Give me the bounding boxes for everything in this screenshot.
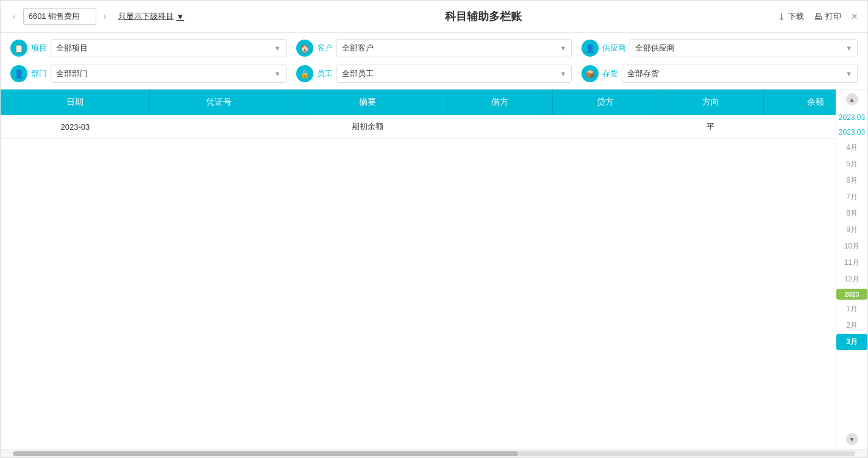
filter-row-1: 📋 项目 全部项目 ▼ 🏠 客户 全部客户 ▼ 👤 供应商 全部供应 xyxy=(10,39,858,57)
timeline-sidebar: ▲ 2023.03 2023.03 4月 5月 6月 7月 8月 9月 10月 … xyxy=(836,90,867,449)
col-credit: 贷方 xyxy=(552,90,658,115)
timeline-down-icon: ▼ xyxy=(846,433,858,445)
customer-icon: 🏠 xyxy=(296,40,313,57)
timeline-up-btn[interactable]: ▲ xyxy=(836,90,867,109)
dept-label: 部门 xyxy=(31,68,47,79)
filter-inventory: 📦 存货 全部存货 ▼ xyxy=(582,65,858,83)
project-label: 项目 xyxy=(31,43,47,54)
filter-customer: 🏠 客户 全部客户 ▼ xyxy=(296,39,572,57)
dept-value: 全部部门 xyxy=(56,68,88,79)
cell-credit xyxy=(552,115,658,139)
timeline-item-period1[interactable]: 2023.03 xyxy=(836,110,867,125)
print-button[interactable]: 🖶 打印 xyxy=(814,11,841,22)
table-row: 2023-03 期初余额 平 xyxy=(1,115,867,139)
chevron-down-icon: ▼ xyxy=(176,12,184,21)
cell-summary: 期初余额 xyxy=(288,115,447,139)
inventory-chevron-icon: ▼ xyxy=(845,70,852,77)
cell-voucher xyxy=(150,115,288,139)
next-account-btn[interactable]: › xyxy=(101,10,109,23)
top-bar: ‹ 6601 销售费用 › 只显示下级科目 ▼ 科目辅助多栏账 ⤓ 下载 🖶 打… xyxy=(1,1,867,33)
print-label: 打印 xyxy=(825,11,841,22)
project-select[interactable]: 全部项目 ▼ xyxy=(51,39,286,57)
timeline-item-12[interactable]: 12月 xyxy=(836,271,867,287)
col-direction: 方向 xyxy=(658,90,763,115)
show-sub-label: 只显示下级科目 xyxy=(118,11,174,22)
timeline-item-6[interactable]: 6月 xyxy=(836,172,867,189)
inventory-icon: 📦 xyxy=(582,65,599,82)
filter-employee: 🔒 员工 全部员工 ▼ xyxy=(296,65,572,83)
timeline-item-11[interactable]: 11月 xyxy=(836,255,867,271)
timeline-year-badge[interactable]: 2023 xyxy=(836,289,867,300)
col-summary: 摘要 xyxy=(288,90,447,115)
cell-date: 2023-03 xyxy=(1,115,150,139)
filter-supplier: 👤 供应商 全部供应商 ▼ xyxy=(582,39,858,57)
customer-select[interactable]: 全部客户 ▼ xyxy=(336,39,572,57)
supplier-value: 全部供应商 xyxy=(635,43,675,54)
project-value: 全部项目 xyxy=(56,43,88,54)
timeline-items: 2023.03 2023.03 4月 5月 6月 7月 8月 9月 10月 11… xyxy=(836,109,867,429)
col-debit: 借方 xyxy=(447,90,553,115)
close-button[interactable]: × xyxy=(851,10,858,23)
employee-select[interactable]: 全部员工 ▼ xyxy=(336,65,572,83)
customer-value: 全部客户 xyxy=(342,43,374,54)
timeline-item-5[interactable]: 5月 xyxy=(836,156,867,172)
supplier-icon: 👤 xyxy=(582,40,599,57)
download-icon: ⤓ xyxy=(778,11,786,22)
employee-chevron-icon: ▼ xyxy=(560,70,566,77)
inventory-label: 存货 xyxy=(602,68,618,79)
employee-icon: 🔒 xyxy=(296,65,313,82)
filter-dept: 👤 部门 全部部门 ▼ xyxy=(10,65,286,83)
dept-select[interactable]: 全部部门 ▼ xyxy=(51,65,286,83)
show-sub-dropdown[interactable]: 只显示下级科目 ▼ xyxy=(113,9,189,24)
timeline-item-3-active[interactable]: 3月 xyxy=(836,334,867,350)
project-icon: 📋 xyxy=(10,40,27,57)
page-title: 科目辅助多栏账 xyxy=(194,9,773,24)
timeline-up-icon: ▲ xyxy=(846,93,858,105)
filter-project: 📋 项目 全部项目 ▼ xyxy=(10,39,286,57)
col-date: 日期 xyxy=(1,90,150,115)
timeline-item-10[interactable]: 10月 xyxy=(836,238,867,255)
supplier-chevron-icon: ▼ xyxy=(845,44,852,52)
col-voucher: 凭证号 xyxy=(150,90,288,115)
timeline-item-period2[interactable]: 2023.03 xyxy=(836,125,867,139)
download-label: 下载 xyxy=(788,11,804,22)
timeline-item-4[interactable]: 4月 xyxy=(836,139,867,156)
inventory-select[interactable]: 全部存货 ▼ xyxy=(622,65,858,83)
download-button[interactable]: ⤓ 下载 xyxy=(778,11,804,22)
timeline-down-btn[interactable]: ▼ xyxy=(836,429,867,449)
filter-row-2: 👤 部门 全部部门 ▼ 🔒 员工 全部员工 ▼ 📦 存货 全部存货 xyxy=(10,65,858,83)
timeline-item-2[interactable]: 2月 xyxy=(836,317,867,334)
timeline-item-9[interactable]: 9月 xyxy=(836,222,867,238)
customer-label: 客户 xyxy=(317,43,333,54)
scrollbar-thumb xyxy=(13,451,518,456)
supplier-label: 供应商 xyxy=(602,43,626,54)
prev-account-btn[interactable]: ‹ xyxy=(10,10,18,23)
filter-area: 📋 项目 全部项目 ▼ 🏠 客户 全部客户 ▼ 👤 供应商 全部供应 xyxy=(1,33,867,90)
bottom-scrollbar-area xyxy=(1,449,867,457)
cell-direction: 平 xyxy=(658,115,763,139)
print-icon: 🖶 xyxy=(814,12,823,22)
employee-label: 员工 xyxy=(317,68,333,79)
customer-chevron-icon: ▼ xyxy=(560,44,566,52)
inventory-value: 全部存货 xyxy=(627,68,659,79)
action-buttons: ⤓ 下载 🖶 打印 xyxy=(778,11,841,22)
table-container: 日期 凭证号 摘要 借方 贷方 方向 余额 2023-03 期初余额 xyxy=(1,90,867,449)
timeline-item-7[interactable]: 7月 xyxy=(836,189,867,205)
timeline-item-1[interactable]: 1月 xyxy=(836,301,867,317)
dept-chevron-icon: ▼ xyxy=(274,70,281,77)
account-code: 6601 销售费用 xyxy=(23,8,96,25)
horizontal-scrollbar[interactable] xyxy=(13,451,855,456)
supplier-select[interactable]: 全部供应商 ▼ xyxy=(630,39,858,57)
project-chevron-icon: ▼ xyxy=(274,44,281,52)
timeline-item-8[interactable]: 8月 xyxy=(836,205,867,222)
cell-debit xyxy=(447,115,553,139)
dept-icon: 👤 xyxy=(10,65,27,82)
employee-value: 全部员工 xyxy=(342,68,374,79)
data-table: 日期 凭证号 摘要 借方 贷方 方向 余额 2023-03 期初余额 xyxy=(1,90,867,139)
